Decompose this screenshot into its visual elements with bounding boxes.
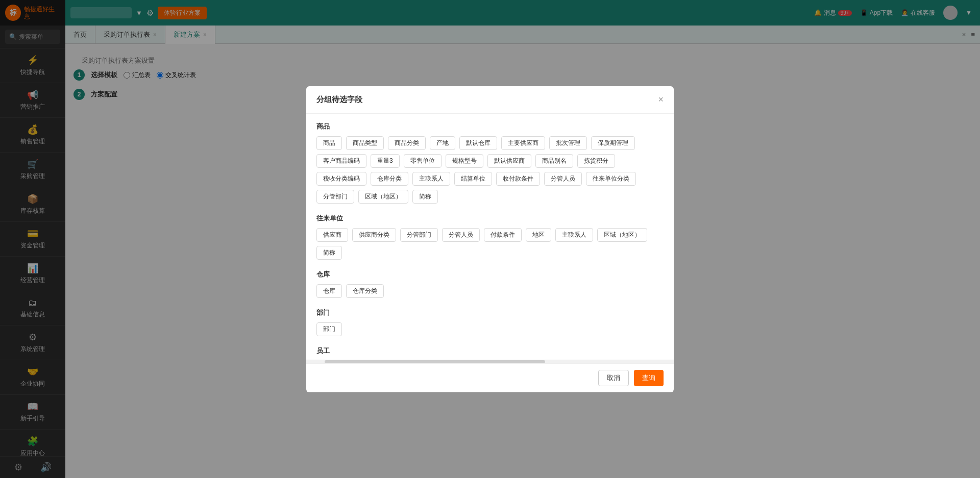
field-tag-default-warehouse[interactable]: 默认仓库 [459,136,497,150]
field-tag-expiry-mgmt[interactable]: 保质期管理 [591,136,635,150]
warehouse-section-title: 仓库 [316,270,664,279]
department-section: 部门 部门 [316,308,664,336]
warehouse-fields: 仓库 仓库分类 [316,284,664,298]
warehouse-section: 仓库 仓库 仓库分类 [316,270,664,298]
field-tag-goods-type[interactable]: 商品类型 [346,136,384,150]
counterparty-fields: 供应商 供应商分类 分管部门 分管人员 付款条件 地区 主联系人 区域（地区） … [316,228,664,260]
goods-section: 商品 商品 商品类型 商品分类 产地 默认仓库 主要供应商 批次管理 保质期管理… [316,122,664,204]
counterparty-section-title: 往来单位 [316,214,664,223]
field-tag-settlement-unit[interactable]: 结算单位 [454,172,492,186]
field-tag-retail-unit[interactable]: 零售单位 [404,154,442,168]
field-tag-dep[interactable]: 部门 [316,322,342,336]
staff-section-title: 员工 [316,346,664,356]
field-select-modal: 分组待选字段 × 商品 商品 商品类型 商品分类 产地 默认仓库 主要供应商 批… [306,86,674,392]
modal-title: 分组待选字段 [316,95,362,105]
modal-cancel-button[interactable]: 取消 [598,370,629,386]
field-tag-batch-mgmt[interactable]: 批次管理 [549,136,587,150]
field-tag-spec-model[interactable]: 规格型号 [446,154,483,168]
field-tag-supplier[interactable]: 供应商 [316,228,348,242]
field-tag-main-contact2[interactable]: 主联系人 [555,228,593,242]
field-tag-dept[interactable]: 分管部门 [400,228,438,242]
field-tag-origin[interactable]: 产地 [430,136,455,150]
modal-close-button[interactable]: × [658,94,664,105]
field-tag-wh[interactable]: 仓库 [316,284,342,298]
field-tag-payment-terms[interactable]: 收付款条件 [496,172,540,186]
department-section-title: 部门 [316,308,664,317]
field-tag-goods-category[interactable]: 商品分类 [388,136,426,150]
modal-footer: 取消 查询 [306,363,674,392]
field-tag-abbreviation2[interactable]: 简称 [316,246,342,260]
department-fields: 部门 [316,322,664,336]
staff-section: 员工 业务员 [316,346,664,360]
field-tag-dept-person[interactable]: 分管人员 [442,228,480,242]
field-tag-managing-dept[interactable]: 分管部门 [316,190,354,204]
field-tag-abbreviation[interactable]: 简称 [412,190,438,204]
field-tag-wh-category[interactable]: 仓库分类 [346,284,384,298]
field-tag-purchase-points[interactable]: 拣货积分 [577,154,615,168]
goods-fields: 商品 商品类型 商品分类 产地 默认仓库 主要供应商 批次管理 保质期管理 客户… [316,136,664,204]
modal-confirm-button[interactable]: 查询 [634,370,664,386]
field-tag-warehouse-category[interactable]: 仓库分类 [371,172,408,186]
modal-horizontal-scrollbar[interactable] [306,360,674,363]
modal-header: 分组待选字段 × [306,86,674,114]
field-tag-default-supplier[interactable]: 默认供应商 [487,154,531,168]
field-tag-payment-condition[interactable]: 付款条件 [484,228,522,242]
field-tag-manager[interactable]: 分管人员 [544,172,582,186]
field-tag-main-contact[interactable]: 主联系人 [412,172,450,186]
field-tag-main-supplier[interactable]: 主要供应商 [501,136,545,150]
modal-body: 商品 商品 商品类型 商品分类 产地 默认仓库 主要供应商 批次管理 保质期管理… [306,114,674,360]
field-tag-region2[interactable]: 地区 [526,228,551,242]
field-tag-tax-category-code[interactable]: 税收分类编码 [316,172,366,186]
field-tag-source-unit-category[interactable]: 往来单位分类 [586,172,636,186]
field-tag-customer-goods-code[interactable]: 客户商品编码 [316,154,366,168]
goods-section-title: 商品 [316,122,664,131]
field-tag-region-area[interactable]: 区域（地区） [597,228,647,242]
field-tag-weight3[interactable]: 重量3 [371,154,400,168]
field-tag-goods-alias[interactable]: 商品别名 [535,154,573,168]
field-tag-supplier-category[interactable]: 供应商分类 [352,228,396,242]
field-tag-goods-name[interactable]: 商品 [316,136,342,150]
counterparty-section: 往来单位 供应商 供应商分类 分管部门 分管人员 付款条件 地区 主联系人 区域… [316,214,664,260]
modal-overlay: 分组待选字段 × 商品 商品 商品类型 商品分类 产地 默认仓库 主要供应商 批… [0,0,980,478]
field-tag-region[interactable]: 区域（地区） [358,190,408,204]
